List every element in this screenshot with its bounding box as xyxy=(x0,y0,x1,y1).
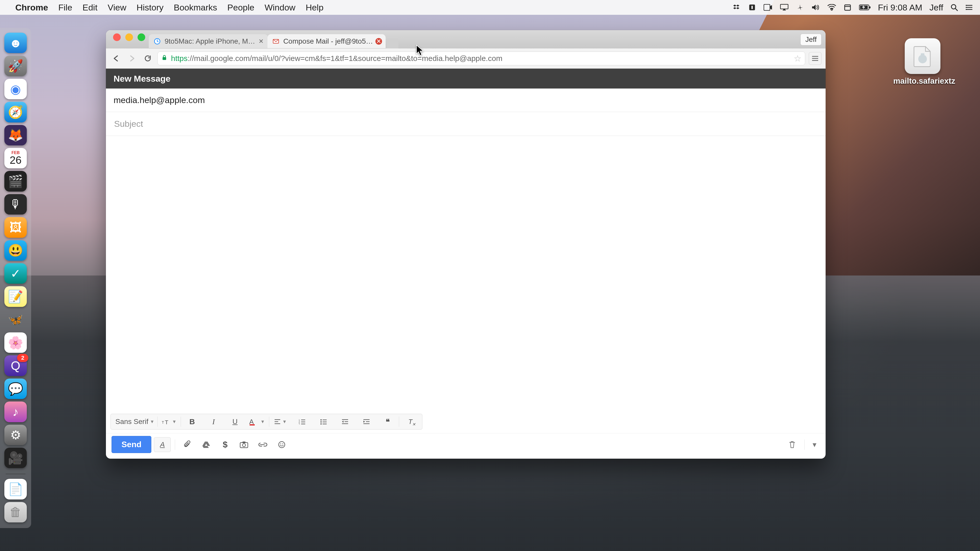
user-status[interactable]: Jeff xyxy=(929,3,943,13)
bulleted-list-button[interactable] xyxy=(313,415,334,428)
formatting-toggle-button[interactable]: A xyxy=(154,437,171,452)
dock-trash-icon[interactable]: 🗑 xyxy=(4,502,27,522)
desktop-file[interactable]: mailto.safariextz xyxy=(893,38,952,86)
compose-body[interactable] xyxy=(106,136,826,414)
text-color-button[interactable]: A▼ xyxy=(246,415,269,428)
gmail-favicon-icon xyxy=(272,38,280,45)
menu-file[interactable]: File xyxy=(58,3,72,13)
insert-emoji-button[interactable] xyxy=(274,437,290,452)
airplay-status-icon[interactable] xyxy=(780,4,789,11)
quote-button[interactable]: ❝ xyxy=(377,415,398,428)
address-bar[interactable]: https://mail.google.com/mail/u/0/?view=c… xyxy=(158,52,805,65)
compose-subject-field[interactable] xyxy=(106,112,826,136)
tab-compose-title: Compose Mail - jeff@9to5… xyxy=(283,37,373,45)
screenrecord-status-icon[interactable] xyxy=(764,4,772,11)
dock-document-icon[interactable]: 📄 xyxy=(4,479,27,499)
dock-itunes-orange-icon[interactable]: 🖼 xyxy=(4,217,27,238)
window-zoom[interactable] xyxy=(138,33,145,41)
insert-money-button[interactable]: $ xyxy=(217,437,233,452)
insert-drive-button[interactable] xyxy=(198,437,215,452)
remove-format-button[interactable]: T✕ xyxy=(400,415,421,428)
indent-less-button[interactable] xyxy=(334,415,355,428)
menu-view[interactable]: View xyxy=(108,3,126,13)
reload-button[interactable] xyxy=(142,52,154,65)
dock-messages-icon[interactable]: 💬 xyxy=(4,379,27,399)
url-rest: ://mail.google.com/mail/u/0/?view=cm&fs=… xyxy=(188,54,503,62)
dock-things-icon[interactable]: ✓ xyxy=(4,263,27,284)
attach-file-button[interactable] xyxy=(179,437,196,452)
forward-button[interactable] xyxy=(126,52,138,65)
active-app-name[interactable]: Chrome xyxy=(15,3,48,13)
insert-link-button[interactable] xyxy=(255,437,271,452)
menu-people[interactable]: People xyxy=(228,3,255,13)
date-status-icon[interactable] xyxy=(844,3,851,11)
new-tab-button[interactable] xyxy=(387,38,398,48)
menu-bookmarks[interactable]: Bookmarks xyxy=(174,3,217,13)
window-close[interactable] xyxy=(113,33,121,41)
traffic-lights xyxy=(110,33,149,45)
dock-finder-icon[interactable]: ☻ xyxy=(4,33,27,53)
tab-9to5mac[interactable]: 9to5Mac: Apple iPhone, M… ✕ xyxy=(149,34,268,48)
dropbox-status-icon[interactable] xyxy=(732,3,741,11)
notification-center-icon[interactable] xyxy=(965,4,973,11)
profile-chip[interactable]: Jeff xyxy=(800,34,821,45)
italic-button[interactable]: I xyxy=(203,415,224,428)
dock-settings-icon[interactable]: ⚙ xyxy=(4,425,27,445)
dock-notes-icon[interactable]: 📝 xyxy=(4,286,27,306)
menu-extra-icon[interactable] xyxy=(796,4,803,11)
font-family-label: Sans Serif xyxy=(115,418,148,426)
send-button[interactable]: Send xyxy=(111,436,151,453)
dock-messages-purple-icon[interactable]: Q2 xyxy=(4,355,27,376)
svg-line-10 xyxy=(955,8,958,11)
compose-to-field[interactable]: media.help@apple.com xyxy=(106,89,826,112)
spotlight-icon[interactable] xyxy=(950,3,958,11)
dock-finalcut-icon[interactable]: 🎬 xyxy=(4,171,27,191)
discard-draft-button[interactable] xyxy=(784,437,800,452)
wifi-status-icon[interactable] xyxy=(827,4,836,11)
underline-button[interactable]: U xyxy=(224,415,246,428)
dock-quicktime-icon[interactable]: 🎥 xyxy=(4,448,27,468)
volume-status-icon[interactable] xyxy=(811,4,820,11)
more-options-button[interactable]: ▾ xyxy=(809,440,820,449)
svg-rect-18 xyxy=(921,53,924,56)
window-minimize[interactable] xyxy=(125,33,133,41)
dock-photos-icon[interactable]: 🌸 xyxy=(4,332,27,353)
dock-safari-icon[interactable]: 🧭 xyxy=(4,102,27,122)
dock-firefox-icon[interactable]: 🦊 xyxy=(4,125,27,145)
battery-status-icon[interactable] xyxy=(859,4,871,11)
bookmark-star-icon[interactable]: ☆ xyxy=(794,53,801,64)
bold-button[interactable]: B xyxy=(181,415,203,428)
menu-edit[interactable]: Edit xyxy=(83,3,97,13)
svg-point-16 xyxy=(966,9,967,10)
svg-point-15 xyxy=(966,7,967,8)
dock-butterfly-icon[interactable]: 🦋 xyxy=(4,310,27,330)
tab-9to5mac-close-icon[interactable]: ✕ xyxy=(258,38,264,44)
tab-9to5mac-title: 9to5Mac: Apple iPhone, M… xyxy=(165,37,255,45)
dock-logic-icon[interactable]: 🎙 xyxy=(4,194,27,214)
clock-status[interactable]: Fri 9:08 AM xyxy=(878,3,922,13)
numbered-list-button[interactable]: 123 xyxy=(291,415,313,428)
chrome-menu-button[interactable] xyxy=(809,52,821,65)
compose-subject-input[interactable] xyxy=(114,119,819,129)
align-button[interactable]: ▼ xyxy=(270,415,291,428)
indent-more-button[interactable] xyxy=(355,415,377,428)
dock-calendar-icon[interactable]: FEB26 xyxy=(4,148,27,168)
font-size-button[interactable]: TT▼ xyxy=(158,415,180,428)
menu-window[interactable]: Window xyxy=(265,3,296,13)
dock-chrome-icon[interactable]: ◉ xyxy=(4,79,27,99)
chrome-window: 9to5Mac: Apple iPhone, M… ✕ Compose Mail… xyxy=(106,30,826,459)
font-family-dropdown[interactable]: Sans Serif▼ xyxy=(112,415,157,428)
browser-toolbar: https://mail.google.com/mail/u/0/?view=c… xyxy=(106,48,826,68)
dock-itunes-icon[interactable]: ♪ xyxy=(4,402,27,422)
back-button[interactable] xyxy=(110,52,122,65)
dock-launchpad-icon[interactable]: 🚀 xyxy=(4,56,27,76)
menu-history[interactable]: History xyxy=(137,3,164,13)
tab-compose[interactable]: Compose Mail - jeff@9to5… ✕ xyxy=(267,34,386,48)
insert-photo-button[interactable] xyxy=(236,437,252,452)
url-protocol: https xyxy=(171,54,188,62)
dock-tweetbot-icon[interactable]: 😃 xyxy=(4,240,27,261)
tab-compose-close-icon[interactable]: ✕ xyxy=(375,38,382,44)
svg-rect-50 xyxy=(242,441,245,443)
menu-help[interactable]: Help xyxy=(306,3,324,13)
onepassword-status-icon[interactable] xyxy=(748,3,756,11)
